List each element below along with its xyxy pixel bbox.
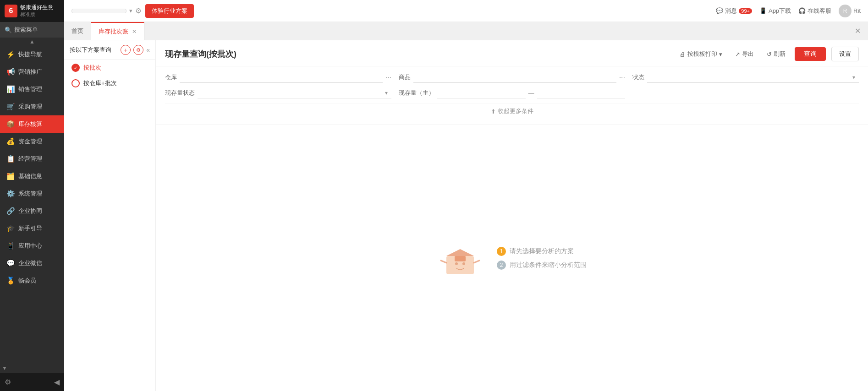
topbar-search-box[interactable]	[71, 9, 126, 13]
topbar-left: ▾ ⚙ 体验行业方案	[71, 4, 711, 18]
svg-line-7	[474, 261, 479, 263]
stock-qty-label: 现存量（主）	[399, 89, 434, 97]
collapse-filter-btn[interactable]: ⬆ 收起更多条件	[165, 103, 859, 119]
sidebar-item-app-center[interactable]: 📱 应用中心	[0, 237, 64, 255]
sidebar-item-basic[interactable]: 🗂️ 基础信息	[0, 168, 64, 185]
empty-step-2: 2 用过滤条件来缩小分析范围	[497, 261, 587, 270]
topbar-right: 💬 消息 99+ 📱 App下载 🎧 在线客服 R Rit	[716, 5, 861, 17]
search-icon: 🔍	[5, 27, 12, 33]
sidebar-item-membership[interactable]: 🏅 畅会员	[0, 272, 64, 289]
left-panel-actions: + ⚙ «	[121, 45, 150, 55]
app-download-label: App下载	[769, 7, 791, 15]
membership-icon: 🏅	[6, 277, 15, 285]
experience-industry-button[interactable]: 体验行业方案	[145, 4, 194, 18]
stock-qty-filter: 现存量（主） —	[399, 87, 625, 98]
print-icon: 🖨	[680, 51, 686, 58]
sidebar-item-inventory[interactable]: 📦 库存核算	[0, 115, 64, 133]
sidebar-item-sales[interactable]: 📊 销售管理	[0, 81, 64, 98]
settings-scheme-button[interactable]: ⚙	[133, 45, 143, 55]
app-logo: 6	[5, 5, 17, 17]
user-area[interactable]: R Rit	[839, 5, 861, 17]
sidebar-item-finance[interactable]: 💰 资金管理	[0, 133, 64, 150]
goods-more-icon[interactable]: ···	[619, 73, 625, 81]
sidebar-item-operation[interactable]: 📋 经营管理	[0, 150, 64, 168]
system-icon: ⚙️	[6, 190, 15, 198]
tab-close-icon[interactable]: ✕	[132, 28, 137, 35]
page-title: 现存量查询(按批次)	[165, 49, 236, 60]
tab-inventory-batch[interactable]: 库存批次账 ✕	[91, 22, 144, 40]
svg-point-5	[462, 262, 465, 265]
stock-qty-min-input[interactable]	[437, 87, 526, 98]
stock-qty-range: —	[437, 87, 625, 98]
sidebar-header: 6 畅康通好生意 标准版	[0, 0, 64, 22]
sidebar-item-label: 快捷导航	[18, 50, 42, 59]
sidebar-item-label: 畅会员	[18, 277, 36, 285]
sidebar-item-wechat[interactable]: 💬 企业微信	[0, 255, 64, 272]
scroll-down-btn[interactable]: ▼	[0, 363, 64, 373]
stock-qty-max-input[interactable]	[537, 87, 626, 98]
sidebar-item-label: 企业微信	[18, 259, 42, 267]
topbar-chevron-icon[interactable]: ▾	[129, 7, 132, 14]
settings-button[interactable]: 设置	[831, 47, 859, 61]
warehouse-more-icon[interactable]: ···	[385, 73, 391, 81]
notification-label: 消息	[725, 7, 737, 15]
stock-status-select[interactable]: ▾	[198, 88, 391, 98]
warehouse-filter: 仓库 ···	[165, 72, 391, 83]
scheme-batch-item[interactable]: ✓ 按批次	[64, 60, 155, 76]
page-actions: 🖨 按模板打印 ▾ ↗ 导出 ↺ 刷新 查询 设置	[676, 47, 859, 61]
topbar: ▾ ⚙ 体验行业方案 💬 消息 99+ 📱 App下载 🎧 在线客服 R	[64, 0, 868, 22]
svg-point-4	[455, 262, 458, 265]
sidebar-item-system[interactable]: ⚙️ 系统管理	[0, 185, 64, 202]
sidebar-item-purchase[interactable]: 🛒 采购管理	[0, 98, 64, 115]
topbar-gear-icon[interactable]: ⚙	[135, 6, 142, 15]
toggle-sidebar-icon[interactable]: ◀	[54, 378, 60, 386]
tabbar: 首页 库存批次账 ✕ ✕	[64, 22, 868, 40]
scroll-up-btn[interactable]: ▲	[0, 38, 64, 46]
status-filter: 状态 ▾	[632, 72, 859, 83]
notification-item[interactable]: 💬 消息 99+	[716, 7, 752, 15]
tab-panel-close-icon[interactable]: ✕	[855, 27, 868, 35]
warehouse-input[interactable]	[180, 72, 383, 83]
right-panel: 现存量查询(按批次) 🖨 按模板打印 ▾ ↗ 导出 ↺ 刷新	[156, 40, 868, 391]
step1-text: 请先选择要分析的方案	[510, 247, 574, 255]
scheme-batch-label: 按批次	[83, 64, 101, 72]
collapse-panel-icon[interactable]: «	[146, 46, 150, 54]
marketing-icon: 📢	[6, 68, 15, 76]
sidebar-item-marketing[interactable]: 📢 营销推广	[0, 63, 64, 81]
query-button[interactable]: 查询	[795, 47, 826, 61]
empty-step-1: 1 请先选择要分析的方案	[497, 247, 587, 256]
topbar-search-area: ▾ ⚙	[71, 6, 142, 15]
newbie-icon: 🎓	[6, 224, 15, 233]
status-select[interactable]: ▾	[647, 72, 859, 83]
app-title: 畅康通好生意	[20, 4, 53, 11]
svg-marker-1	[446, 249, 474, 256]
sidebar-item-label: 销售管理	[18, 85, 42, 93]
sidebar-footer: ⚙ ◀	[0, 373, 64, 391]
page-title-bar: 现存量查询(按批次) 🖨 按模板打印 ▾ ↗ 导出 ↺ 刷新	[156, 40, 868, 66]
settings-icon[interactable]: ⚙	[5, 378, 11, 386]
sidebar-item-label: 企业协同	[18, 207, 42, 215]
scheme-warehouse-batch-item[interactable]: 按仓库+批次	[64, 76, 155, 91]
sidebar-item-newbie[interactable]: 🎓 新手引导	[0, 220, 64, 237]
app-subtitle: 标准版	[20, 11, 53, 18]
print-chevron-icon: ▾	[719, 51, 722, 58]
sidebar-item-quick-nav[interactable]: ⚡ 快捷导航	[0, 46, 64, 63]
sidebar-item-label: 资金管理	[18, 137, 42, 146]
collapse-up-icon: ⬆	[491, 108, 496, 115]
search-menu-item[interactable]: 🔍 搜索菜单	[0, 22, 64, 38]
filter-row-1: 仓库 ··· 商品 ··· 状态 ▾	[165, 72, 859, 83]
online-service-item[interactable]: 🎧 在线客服	[798, 7, 831, 15]
sidebar-item-label: 基础信息	[18, 172, 42, 180]
refresh-icon: ↺	[767, 51, 772, 58]
refresh-button[interactable]: ↺ 刷新	[763, 48, 789, 60]
quick-nav-icon: ⚡	[6, 50, 15, 59]
app-download-item[interactable]: 📱 App下载	[759, 7, 791, 15]
print-button[interactable]: 🖨 按模板打印 ▾	[676, 48, 726, 60]
tab-home[interactable]: 首页	[64, 22, 91, 40]
filter-row-2: 现存量状态 ▾ 现存量（主） —	[165, 87, 859, 98]
export-button[interactable]: ↗ 导出	[731, 48, 758, 60]
sidebar-item-enterprise[interactable]: 🔗 企业协同	[0, 202, 64, 220]
add-scheme-button[interactable]: +	[121, 45, 131, 55]
goods-input[interactable]	[413, 72, 616, 83]
purchase-icon: 🛒	[6, 103, 15, 111]
